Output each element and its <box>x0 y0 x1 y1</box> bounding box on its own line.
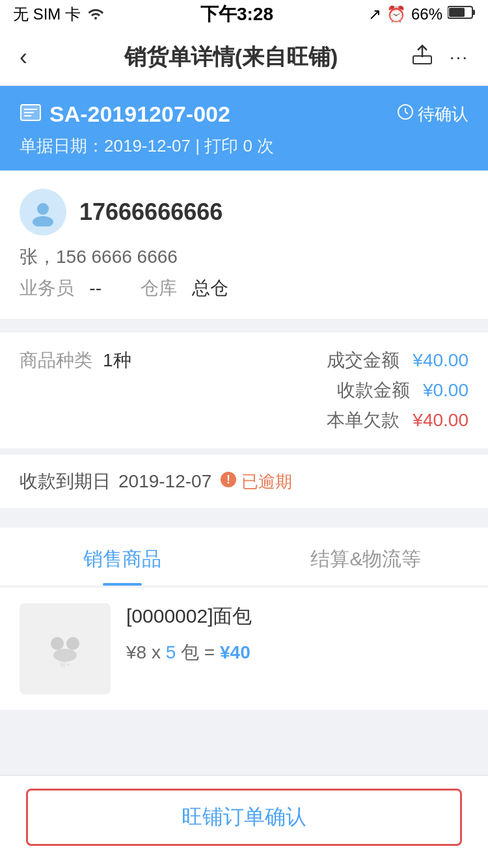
customer-top: 17666666666 <box>20 189 468 236</box>
salesperson-label: 业务员 <box>20 278 74 298</box>
product-types-label: 商品种类 <box>20 348 92 373</box>
status-bar: 无 SIM 卡 下午3:28 ↗ ⏰ 66% <box>0 0 488 29</box>
overdue-badge: ! 已逾期 <box>219 470 292 493</box>
more-icon[interactable]: ··· <box>450 47 468 68</box>
confirm-button[interactable]: 旺铺订单确认 <box>26 789 462 846</box>
nav-bar: ‹ 销货单详情(来自旺铺) ··· <box>0 29 488 86</box>
warehouse-item: 仓库 总仓 <box>141 276 228 301</box>
wifi-icon <box>86 5 105 23</box>
svg-text:管+: 管+ <box>60 661 70 668</box>
battery-text: 66% <box>411 5 442 23</box>
back-button[interactable]: ‹ <box>20 44 59 71</box>
deal-amount-label: 成交金额 <box>327 348 400 373</box>
svg-text:!: ! <box>226 473 230 486</box>
order-id-row: SA-20191207-002 待确认 <box>20 102 468 127</box>
status-left: 无 SIM 卡 <box>13 4 105 25</box>
content: SA-20191207-002 待确认 单据日期：2019-12-07 | 打印… <box>0 86 488 814</box>
svg-line-10 <box>405 112 408 114</box>
tab-products[interactable]: 销售商品 <box>0 528 244 586</box>
alarm-icon: ⏰ <box>386 5 406 23</box>
salesperson-item: 业务员 -- <box>20 276 102 301</box>
product-name: [0000002]面包 <box>126 603 468 630</box>
order-date: 单据日期：2019-12-07 | 打印 0 次 <box>20 135 468 157</box>
svg-point-17 <box>53 649 77 662</box>
summary-section: 商品种类 1种 成交金额 ¥40.00 收款金额 ¥0.00 本单欠款 ¥40.… <box>0 332 488 455</box>
owed-amount-row: 本单欠款 ¥40.00 <box>327 408 468 433</box>
divider1 <box>0 319 488 332</box>
overdue-text: 已逾期 <box>241 470 292 493</box>
product-details: [0000002]面包 ¥8 x 5 包 = ¥40 <box>126 603 468 665</box>
deal-amount-value: ¥40.00 <box>413 350 468 371</box>
clock-icon <box>397 103 414 125</box>
collected-amount-label: 收款金额 <box>337 378 410 403</box>
svg-rect-2 <box>449 8 465 17</box>
status-time: 下午3:28 <box>200 2 273 27</box>
amounts: 成交金额 ¥40.00 收款金额 ¥0.00 本单欠款 ¥40.00 <box>327 348 468 433</box>
svg-point-11 <box>37 203 49 215</box>
order-icon <box>20 102 42 127</box>
customer-phone: 17666666666 <box>79 198 223 226</box>
page-title: 销货单详情(来自旺铺) <box>59 42 403 72</box>
bottom-area: 旺铺订单确认 <box>0 775 488 868</box>
avatar <box>20 189 66 236</box>
product-thumbnail: 管+ <box>20 603 111 694</box>
svg-point-16 <box>66 637 79 650</box>
due-date-section: 收款到期日 2019-12-07 ! 已逾期 <box>0 455 488 515</box>
share-icon[interactable] <box>411 43 434 72</box>
order-header-banner: SA-20191207-002 待确认 单据日期：2019-12-07 | 打印… <box>0 86 488 170</box>
location-icon: ↗ <box>368 5 381 23</box>
quantity: 5 <box>166 642 176 662</box>
tabs-container: 销售商品 结算&物流等 <box>0 528 488 586</box>
tab-settlement[interactable]: 结算&物流等 <box>244 528 488 586</box>
status-right: ↗ ⏰ 66% <box>368 5 475 23</box>
warehouse-value: 总仓 <box>192 278 228 298</box>
owed-amount-value: ¥40.00 <box>413 410 468 431</box>
warehouse-label: 仓库 <box>141 278 177 298</box>
svg-point-15 <box>51 637 64 650</box>
customer-name-phone: 张，156 6666 6666 <box>20 245 468 269</box>
unit: 包 <box>181 642 199 662</box>
product-total: ¥40 <box>220 642 251 662</box>
customer-section: 17666666666 张，156 6666 6666 业务员 -- 仓库 总仓 <box>0 170 488 319</box>
product-types-value: 1种 <box>103 348 131 373</box>
owed-amount-label: 本单欠款 <box>327 408 400 433</box>
product-types: 商品种类 1种 <box>20 348 131 373</box>
carrier-text: 无 SIM 卡 <box>13 4 81 25</box>
deal-amount-row: 成交金额 ¥40.00 <box>327 348 468 373</box>
due-date-label: 收款到期日 <box>20 469 111 494</box>
order-status: 待确认 <box>397 103 468 126</box>
due-date-value: 2019-12-07 <box>118 471 211 492</box>
divider2 <box>0 515 488 528</box>
customer-meta: 业务员 -- 仓库 总仓 <box>20 276 468 301</box>
collected-amount-value: ¥0.00 <box>423 380 468 401</box>
unit-price: ¥8 <box>126 642 146 662</box>
salesperson-value: -- <box>89 278 102 298</box>
overdue-icon: ! <box>219 470 237 493</box>
svg-point-12 <box>33 216 53 226</box>
collected-amount-row: 收款金额 ¥0.00 <box>337 378 468 403</box>
product-price: ¥8 x 5 包 = ¥40 <box>126 640 468 665</box>
svg-rect-1 <box>472 10 475 15</box>
product-item: 管+ [0000002]面包 ¥8 x 5 包 = ¥40 <box>0 588 488 710</box>
battery-icon <box>448 5 475 23</box>
order-id: SA-20191207-002 <box>20 102 230 127</box>
nav-actions: ··· <box>403 43 468 72</box>
